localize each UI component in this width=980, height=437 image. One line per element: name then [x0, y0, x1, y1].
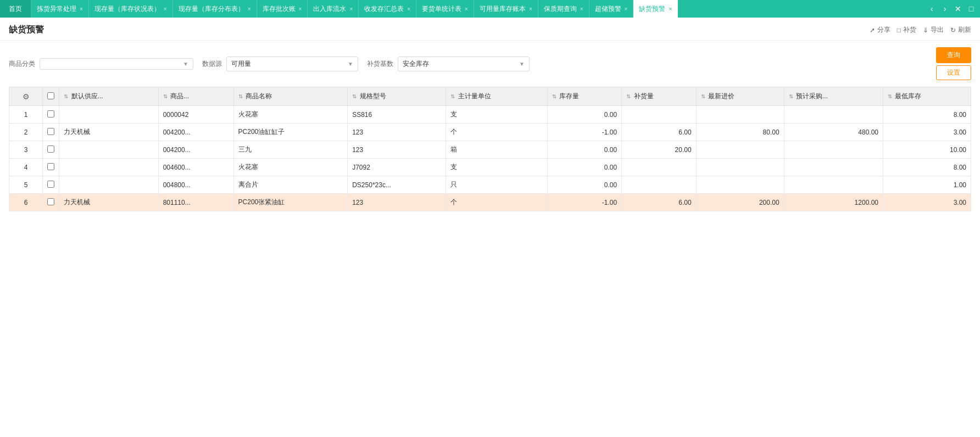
table-body: 1 0000042 火花塞 SS816 支 0.00 8.00 2 力天机械 0… — [9, 106, 971, 211]
row-checkbox-4[interactable] — [47, 181, 54, 188]
tab-5-close[interactable]: × — [349, 6, 353, 12]
th-replenish-qty[interactable]: ⇅ 补货量 — [622, 87, 696, 106]
tab-3[interactable]: 现存量（库存分布表） × — [173, 0, 257, 18]
tab-10[interactable]: 超储预警 × — [589, 0, 634, 18]
th-unit[interactable]: ⇅ 主计量单位 — [446, 87, 547, 106]
select-all-checkbox[interactable] — [47, 92, 54, 99]
tab-scroll-left[interactable]: ‹ — [925, 2, 938, 15]
row-minstock-1: 3.00 — [883, 124, 971, 141]
row-checkbox-5[interactable] — [47, 198, 54, 205]
tab-9-close[interactable]: × — [580, 6, 583, 12]
th-stock[interactable]: ⇅ 库存量 — [547, 87, 621, 106]
row-stock-0: 0.00 — [547, 106, 621, 124]
tab-9[interactable]: 保质期查询 × — [538, 0, 589, 18]
row-code-0: 0000042 — [158, 106, 233, 124]
share-label: 分享 — [877, 25, 890, 35]
tab-4[interactable]: 库存批次账 × — [257, 0, 308, 18]
th-product-name[interactable]: ⇅ 商品名称 — [233, 87, 348, 106]
tab-7[interactable]: 要货单统计表 × — [416, 0, 474, 18]
export-button[interactable]: ⇓ 导出 — [923, 25, 944, 35]
tab-1-label: 拣货异常处理 — [37, 4, 76, 14]
th-spec[interactable]: ⇅ 规格型号 — [348, 87, 446, 106]
share-icon: ➚ — [870, 26, 875, 34]
th-checkbox[interactable] — [43, 87, 59, 106]
row-replenish-5: 6.00 — [622, 194, 696, 211]
tab-home[interactable]: 首页 — [0, 0, 31, 18]
tab-expand[interactable]: □ — [965, 2, 978, 15]
query-button[interactable]: 查询 — [936, 47, 971, 63]
sort-est-icon: ⇅ — [789, 93, 793, 99]
refresh-button[interactable]: ↻ 刷新 — [950, 25, 971, 35]
row-checkbox-2[interactable] — [47, 145, 54, 153]
tab-3-label: 现存量（库存分布表） — [179, 4, 244, 14]
row-spec-0: SS816 — [348, 106, 446, 124]
tab-scroll-right[interactable]: › — [938, 2, 951, 15]
tab-11[interactable]: 缺货预警 × — [633, 0, 678, 18]
th-product-code[interactable]: ⇅ 商品... — [158, 87, 233, 106]
data-table: ⚙ ⇅ 默认供应... ⇅ 商品... ⇅ 商品名称 — [9, 87, 971, 211]
product-category-select[interactable]: ▼ — [40, 58, 193, 70]
tab-10-close[interactable]: × — [625, 6, 628, 12]
tab-close-all[interactable]: ✕ — [951, 2, 965, 15]
tab-3-close[interactable]: × — [248, 6, 251, 12]
row-minstock-4: 1.00 — [883, 176, 971, 194]
row-stock-2: 0.00 — [547, 141, 621, 159]
tab-2-close[interactable]: × — [164, 6, 167, 12]
tab-6[interactable]: 收发存汇总表 × — [359, 0, 416, 18]
row-checkbox-1[interactable] — [47, 128, 54, 135]
replenish-button[interactable]: □ 补货 — [897, 25, 916, 35]
table-row: 1 0000042 火花塞 SS816 支 0.00 8.00 — [9, 106, 971, 124]
data-source-label: 数据源 — [202, 59, 222, 69]
th-default-supplier-label: 默认供应... — [71, 92, 103, 100]
tab-6-close[interactable]: × — [407, 6, 410, 12]
tab-2[interactable]: 现存量（库存状况表） × — [89, 0, 173, 18]
th-product-name-label: 商品名称 — [246, 92, 272, 100]
row-checkbox-cell-0[interactable] — [43, 106, 59, 124]
tab-1[interactable]: 拣货异常处理 × — [31, 0, 89, 18]
row-est-5: 1200.00 — [784, 194, 883, 211]
row-est-3 — [784, 159, 883, 176]
tab-5[interactable]: 出入库流水 × — [308, 0, 359, 18]
export-label: 导出 — [931, 25, 944, 35]
row-checkbox-cell-4[interactable] — [43, 176, 59, 194]
row-checkbox-cell-5[interactable] — [43, 194, 59, 211]
th-est-purchase[interactable]: ⇅ 预计采购... — [784, 87, 883, 106]
replenish-base-select[interactable]: 安全库存 ▼ — [398, 57, 530, 71]
refresh-icon: ↻ — [950, 26, 956, 34]
tab-8-close[interactable]: × — [529, 6, 532, 12]
sort-stock-icon: ⇅ — [552, 93, 556, 99]
row-minstock-2: 10.00 — [883, 141, 971, 159]
settings-gear-icon[interactable]: ⚙ — [23, 92, 30, 101]
row-unit-2: 箱 — [446, 141, 547, 159]
tab-4-close[interactable]: × — [299, 6, 302, 12]
page-content: 缺货预警 ➚ 分享 □ 补货 ⇓ 导出 ↻ 刷新 商品分类 — [0, 18, 980, 437]
data-source-value: 可用量 — [231, 59, 251, 69]
row-unit-0: 支 — [446, 106, 547, 124]
tab-bar: 首页 拣货异常处理 × 现存量（库存状况表） × 现存量（库存分布表） × 库存… — [0, 0, 980, 18]
row-spec-3: J7092 — [348, 159, 446, 176]
table-row: 3 004200... 三九 123 箱 0.00 20.00 10.00 — [9, 141, 971, 159]
th-latest-price[interactable]: ⇅ 最新进价 — [696, 87, 784, 106]
row-supplier-3 — [59, 159, 158, 176]
tab-1-close[interactable]: × — [80, 6, 83, 12]
tab-11-close[interactable]: × — [669, 6, 672, 12]
sort-replenish-icon: ⇅ — [626, 93, 631, 99]
row-checkbox-0[interactable] — [47, 110, 54, 117]
settings-button[interactable]: 设置 — [936, 65, 971, 80]
replenish-icon: □ — [897, 26, 901, 34]
table-container: ⚙ ⇅ 默认供应... ⇅ 商品... ⇅ 商品名称 — [0, 87, 980, 211]
row-checkbox-cell-1[interactable] — [43, 124, 59, 141]
row-unit-5: 个 — [446, 194, 547, 211]
row-checkbox-cell-3[interactable] — [43, 159, 59, 176]
tab-8[interactable]: 可用量库存账本 × — [474, 0, 538, 18]
th-default-supplier[interactable]: ⇅ 默认供应... — [59, 87, 158, 106]
th-settings[interactable]: ⚙ — [9, 87, 43, 106]
replenish-label: 补货 — [903, 25, 916, 35]
data-source-select[interactable]: 可用量 ▼ — [226, 57, 358, 71]
tab-7-close[interactable]: × — [465, 6, 468, 12]
row-checkbox-cell-2[interactable] — [43, 141, 59, 159]
row-checkbox-3[interactable] — [47, 163, 54, 170]
th-min-stock[interactable]: ⇅ 最低库存 — [883, 87, 971, 106]
share-button[interactable]: ➚ 分享 — [870, 25, 890, 35]
page-title: 缺货预警 — [9, 24, 44, 36]
